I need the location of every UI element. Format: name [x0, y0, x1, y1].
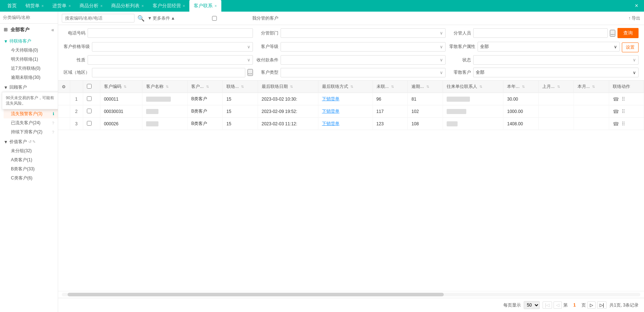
sidebar-group-lost[interactable]: ▼ 回顾客户	[0, 82, 58, 92]
sidebar-group-value[interactable]: ▼ 价值客户 ↺ ✎	[0, 137, 58, 146]
price-level-select[interactable]: ∨	[92, 42, 253, 52]
manager-input[interactable]	[473, 28, 608, 38]
customer-level-select[interactable]: ∨	[281, 42, 446, 52]
more-action-icon[interactable]: ⠿	[621, 96, 625, 102]
close-icon[interactable]: ×	[41, 4, 44, 8]
export-button[interactable]: ↑ 导出	[628, 15, 640, 21]
tab-home[interactable]: 首页	[3, 0, 21, 12]
phone-input[interactable]	[88, 28, 253, 38]
tab-customer-contact[interactable]: 客户联系 ×	[189, 0, 221, 12]
horizontal-scrollbar[interactable]	[62, 293, 640, 296]
row-select-checkbox[interactable]	[87, 121, 92, 126]
sidebar-item-class-a[interactable]: A类客户(1)	[4, 155, 58, 165]
table-header-last-contact-way[interactable]: 最后联络方式 ⇅	[318, 81, 373, 93]
filter-bar: 🔍 ▼ 更多条件 ▲ 我分管的客户 ↑ 导出	[58, 12, 644, 25]
sidebar-item-class-c[interactable]: C类客户(6)	[4, 174, 58, 183]
table-header-overdue[interactable]: 逾期... ⇅	[408, 81, 443, 93]
manager-ellipsis-button[interactable]: ...	[610, 30, 615, 37]
payment-select[interactable]: ∨	[281, 55, 446, 65]
table-header-unit-contact[interactable]: 往来单位联系人 ⇅	[443, 81, 503, 93]
close-icon[interactable]: ×	[183, 4, 185, 8]
edit-icon[interactable]: ✎	[32, 139, 36, 144]
sidebar-item-declining[interactable]: 持续下滑客户(2) ?	[4, 127, 58, 137]
tab-customer-segment[interactable]: 客户分层经营 ×	[148, 0, 189, 12]
status-select[interactable]: ∨	[473, 55, 639, 65]
page-number-input[interactable]	[569, 303, 580, 308]
chevron-right-icon: ▼	[4, 139, 8, 145]
zero-customer-select[interactable]: 全部 ∨	[473, 68, 639, 77]
my-customers-checkbox-label[interactable]: 我分管的客户	[178, 15, 278, 21]
row-last-contact-way[interactable]: 下销货单	[318, 105, 373, 118]
table-header-contact[interactable]: 联络... ⇅	[223, 81, 258, 93]
my-customers-checkbox[interactable]	[178, 16, 251, 21]
more-action-icon[interactable]: ⠿	[621, 109, 625, 114]
sidebar-search-input[interactable]	[3, 15, 57, 20]
close-icon[interactable]: ×	[214, 4, 217, 8]
row-select-checkbox[interactable]	[87, 109, 92, 113]
chevron-down-icon: ∨	[633, 57, 636, 62]
row-type: B类客户	[188, 105, 223, 118]
sidebar-item-lost-warning[interactable]: 流失预警客户(3) ℹ	[4, 109, 58, 118]
more-conditions-button[interactable]: ▼ 更多条件 ▲	[148, 15, 175, 21]
tab-purchase[interactable]: 进货单 ×	[48, 0, 75, 12]
sidebar-item-overdue[interactable]: 逾期未联络(30)	[4, 73, 58, 82]
search-button[interactable]: 🔍	[137, 15, 145, 22]
region-ellipsis-button[interactable]: ...	[247, 69, 253, 76]
sidebar-item-tomorrow[interactable]: 明天待联络(1)	[4, 55, 58, 64]
collapse-icon[interactable]: «	[51, 27, 54, 33]
sort-icon: ⇅	[479, 85, 482, 89]
search-input[interactable]	[62, 14, 134, 23]
zero-attr-select[interactable]: 全部 ∨	[478, 42, 620, 52]
close-icon[interactable]: ×	[141, 4, 144, 8]
gender-select[interactable]: ∨	[88, 55, 253, 65]
row-checkbox[interactable]	[83, 93, 100, 105]
sidebar-all-customers[interactable]: ⊞ 全部客户 «	[0, 24, 58, 36]
more-action-icon[interactable]: ⠿	[621, 121, 625, 127]
row-select-checkbox[interactable]	[87, 96, 92, 101]
row-checkbox[interactable]	[83, 105, 100, 118]
tab-product-analysis[interactable]: 商品分析 ×	[75, 0, 107, 12]
sidebar-item-today[interactable]: 今天待联络(0)	[4, 46, 58, 55]
sort-icon: ⇅	[522, 85, 525, 89]
tab-sales[interactable]: 销货单 ×	[21, 0, 48, 12]
prev-page-button[interactable]: ◁	[554, 301, 562, 309]
close-icon[interactable]: ×	[68, 4, 71, 8]
tab-product-analysis-list[interactable]: 商品分析列表 ×	[107, 0, 148, 12]
next-page-button[interactable]: ▷	[587, 301, 596, 309]
first-page-button[interactable]: |◁	[543, 301, 552, 309]
contact-icon[interactable]: ☎	[613, 96, 619, 102]
table-header-last-month[interactable]: 上月... ⇅	[539, 81, 574, 93]
row-checkbox[interactable]	[83, 118, 100, 130]
sidebar-item-class-b[interactable]: B类客户(33)	[4, 165, 58, 174]
sidebar-item-7days[interactable]: 近7天待联络(0)	[4, 64, 58, 73]
table-header-gear[interactable]: ⚙	[58, 81, 70, 93]
select-all-checkbox[interactable]	[87, 84, 92, 89]
row-code: 000026	[100, 118, 142, 130]
sidebar-item-already-lost[interactable]: 已流失客户(24) ?	[4, 118, 58, 127]
per-page-select[interactable]: 50	[524, 301, 540, 309]
table-header-unlinked[interactable]: 未联... ⇅	[373, 81, 408, 93]
query-button[interactable]: 查询	[617, 28, 639, 38]
sidebar-item-ungrouped[interactable]: 未分组(32)	[4, 146, 58, 155]
last-page-button[interactable]: ▷|	[597, 301, 607, 309]
row-last-contact-way[interactable]: 下销货单	[318, 118, 373, 130]
table-header-type[interactable]: 客户... ⇅	[188, 81, 223, 93]
table-header-name[interactable]: 客户名称 ⇅	[142, 81, 188, 93]
window-close-icon[interactable]: ×	[632, 3, 641, 9]
department-select[interactable]: ∨	[281, 28, 446, 38]
row-name: ████████	[142, 93, 188, 105]
customer-type-select[interactable]: ∨	[281, 68, 446, 77]
table-header-this-year[interactable]: 本年... ⇅	[503, 81, 539, 93]
contact-icon[interactable]: ☎	[613, 121, 619, 127]
contact-icon[interactable]: ☎	[613, 109, 619, 114]
table-header-last-contact-date[interactable]: 最后联络日期 ⇅	[258, 81, 318, 93]
refresh-icon[interactable]: ↺	[28, 139, 32, 144]
region-input[interactable]	[92, 68, 245, 77]
table-header-code[interactable]: 客户编码 ⇅	[100, 81, 142, 93]
table-header-this-month[interactable]: 本月... ⇅	[573, 81, 609, 93]
sidebar-group-pending[interactable]: ▼ 待联络客户	[0, 36, 58, 46]
row-last-contact-way[interactable]: 下销货单	[318, 93, 373, 105]
settings-button[interactable]: 设置	[622, 42, 639, 52]
close-icon[interactable]: ×	[100, 4, 102, 8]
table-header-checkbox[interactable]	[83, 81, 100, 93]
